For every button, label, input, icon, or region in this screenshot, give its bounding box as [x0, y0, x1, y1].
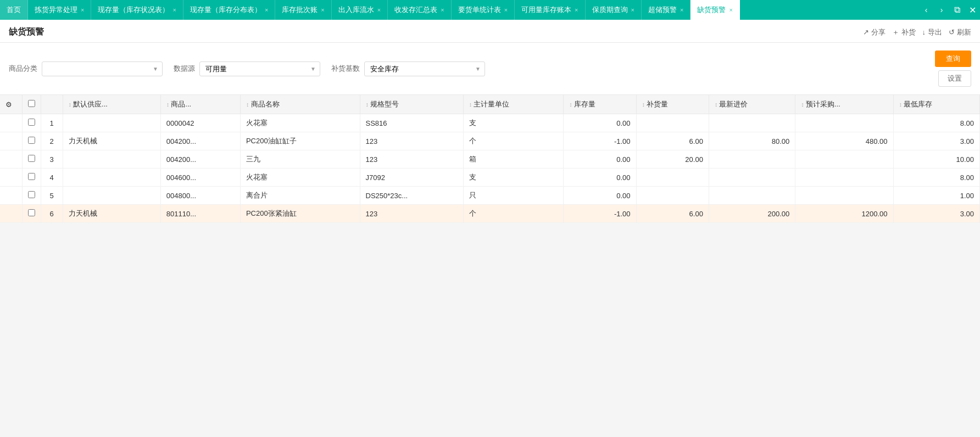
replenish-button[interactable]: ＋ 补货: [892, 27, 916, 37]
row-latest-price: [709, 150, 795, 169]
row-checkbox-cell: [22, 205, 41, 223]
tab-picking[interactable]: 拣货异常处理 ×: [28, 0, 91, 20]
tab-overstock-label: 超储预警: [648, 5, 677, 15]
row-stock: 0.00: [564, 114, 636, 132]
row-name: 火花塞: [240, 169, 360, 187]
tab-avail-close[interactable]: ×: [575, 7, 578, 13]
tab-batch[interactable]: 库存批次账 ×: [275, 0, 331, 20]
row-unit: 个: [463, 132, 563, 150]
tab-order-close[interactable]: ×: [504, 7, 508, 13]
tab-shortage[interactable]: 缺货预警 ×: [691, 0, 739, 20]
table-row: 6 力天机械 801110... PC200张紧油缸 123 个 -1.00 6…: [0, 205, 980, 223]
tab-expire[interactable]: 保质期查询 ×: [586, 0, 642, 20]
th-stock[interactable]: 库存量: [564, 95, 636, 114]
row-checkbox[interactable]: [28, 155, 35, 162]
tab-summary-close[interactable]: ×: [441, 7, 444, 13]
tab-flow-close[interactable]: ×: [377, 7, 381, 13]
th-min-stock[interactable]: 最低库存: [893, 95, 979, 114]
row-spec: 123: [360, 150, 463, 169]
th-latest-price[interactable]: 最新进价: [709, 95, 795, 114]
tab-overstock[interactable]: 超储预警 ×: [642, 0, 691, 20]
tab-stock1[interactable]: 现存量（库存状况表） ×: [91, 0, 183, 20]
tab-overstock-close[interactable]: ×: [680, 7, 683, 13]
row-code: 004800...: [160, 187, 240, 205]
th-name[interactable]: 商品名称: [240, 95, 360, 114]
row-num: 3: [41, 150, 63, 169]
tab-home[interactable]: 首页: [0, 0, 28, 20]
table-row: 2 力天机械 004200... PC200油缸缸子 123 个 -1.00 6…: [0, 132, 980, 150]
tab-stock1-close[interactable]: ×: [172, 7, 176, 13]
row-checkbox[interactable]: [28, 137, 35, 144]
th-unit[interactable]: 主计量单位: [463, 95, 563, 114]
share-button[interactable]: ↗ 分享: [863, 27, 886, 37]
replenish-select[interactable]: 安全库存: [364, 61, 485, 76]
row-checkbox[interactable]: [28, 191, 35, 198]
row-replenish: [636, 114, 709, 132]
row-unit: 支: [463, 169, 563, 187]
tab-avail[interactable]: 可用量库存账本 ×: [515, 0, 585, 20]
datasource-select[interactable]: 可用量: [199, 61, 320, 76]
row-supplier: [63, 150, 160, 169]
row-gear-cell: [0, 187, 22, 205]
tab-shortage-close[interactable]: ×: [729, 7, 732, 13]
tab-order[interactable]: 要货单统计表 ×: [452, 0, 515, 20]
nav-prev-arrow[interactable]: ‹: [918, 0, 934, 20]
row-est-purchase: [795, 114, 893, 132]
export-button[interactable]: ↓ 导出: [922, 27, 943, 37]
row-checkbox-cell: [22, 132, 41, 150]
export-icon: ↓: [922, 28, 926, 36]
th-spec[interactable]: 规格型号: [360, 95, 463, 114]
tab-batch-close[interactable]: ×: [321, 7, 324, 13]
category-select[interactable]: [42, 61, 163, 76]
select-all-checkbox[interactable]: [28, 100, 35, 107]
nav-restore-btn[interactable]: ⧉: [949, 0, 965, 20]
replenish-base-label: 补货基数: [331, 64, 360, 74]
row-est-purchase: 480.00: [795, 132, 893, 150]
tab-flow[interactable]: 出入库流水 ×: [332, 0, 388, 20]
tab-stock2-close[interactable]: ×: [265, 7, 268, 13]
row-name: 火花塞: [240, 114, 360, 132]
tab-shortage-label: 缺货预警: [697, 5, 726, 15]
settings-button[interactable]: 设置: [938, 70, 971, 87]
query-button[interactable]: 查询: [935, 51, 971, 67]
filter-actions: 查询 设置: [935, 51, 971, 87]
row-checkbox-cell: [22, 169, 41, 187]
nav-controls: ‹ › ⧉ ✕: [918, 0, 980, 20]
th-supplier[interactable]: 默认供应...: [63, 95, 160, 114]
row-num: 5: [41, 187, 63, 205]
tab-summary[interactable]: 收发存汇总表 ×: [388, 0, 451, 20]
row-replenish: [636, 187, 709, 205]
nav-next-arrow[interactable]: ›: [934, 0, 949, 20]
row-spec: J7092: [360, 169, 463, 187]
row-min-stock: 3.00: [893, 132, 979, 150]
refresh-button[interactable]: ↺ 刷新: [949, 27, 971, 37]
table-row: 3 004200... 三九 123 箱 0.00 20.00 10.00: [0, 150, 980, 169]
row-latest-price: 80.00: [709, 132, 795, 150]
th-est-purchase[interactable]: 预计采购...: [795, 95, 893, 114]
row-checkbox[interactable]: [28, 173, 35, 180]
row-stock: -1.00: [564, 205, 636, 223]
row-num: 2: [41, 132, 63, 150]
row-checkbox[interactable]: [28, 119, 35, 126]
th-replenish[interactable]: 补货量: [636, 95, 709, 114]
row-supplier: [63, 187, 160, 205]
tab-order-label: 要货单统计表: [458, 5, 501, 15]
tab-stock2[interactable]: 现存量（库存分布表） ×: [183, 0, 275, 20]
table-header-row: ⚙ 默认供应... 商品... 商品名称 规格型号 主计量单位 库存量 补货量 …: [0, 95, 980, 114]
row-checkbox[interactable]: [28, 209, 35, 216]
tab-avail-label: 可用量库存账本: [521, 5, 571, 15]
table-row: 5 004800... 离合片 DS250*23c... 只 0.00 1.00: [0, 187, 980, 205]
row-replenish: 6.00: [636, 205, 709, 223]
nav-close-btn[interactable]: ✕: [965, 0, 980, 20]
tab-picking-close[interactable]: ×: [81, 7, 84, 13]
row-min-stock: 1.00: [893, 187, 979, 205]
data-table: ⚙ 默认供应... 商品... 商品名称 规格型号 主计量单位 库存量 补货量 …: [0, 95, 980, 223]
datasource-filter-group: 数据源 可用量: [174, 61, 320, 76]
th-code[interactable]: 商品...: [160, 95, 240, 114]
share-icon: ↗: [863, 28, 869, 36]
row-unit: 只: [463, 187, 563, 205]
table-header: ⚙ 默认供应... 商品... 商品名称 规格型号 主计量单位 库存量 补货量 …: [0, 95, 980, 114]
tab-expire-close[interactable]: ×: [631, 7, 634, 13]
th-gear[interactable]: ⚙: [0, 95, 22, 114]
category-label: 商品分类: [9, 64, 37, 74]
